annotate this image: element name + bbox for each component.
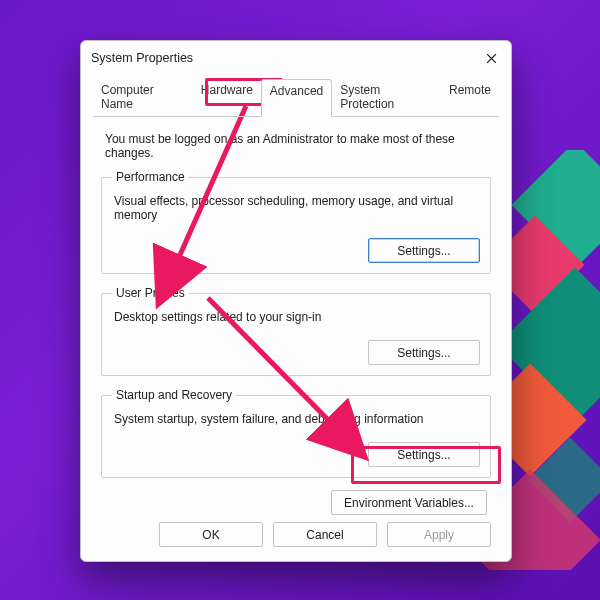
tab-system-protection[interactable]: System Protection [332, 79, 441, 117]
group-performance: Performance Visual effects, processor sc… [101, 170, 491, 274]
tab-advanced[interactable]: Advanced [261, 79, 332, 117]
settings-button-startup[interactable]: Settings... [368, 442, 480, 467]
legend-user-profiles: User Profiles [112, 286, 189, 300]
legend-startup-recovery: Startup and Recovery [112, 388, 236, 402]
desc-performance: Visual effects, processor scheduling, me… [114, 194, 480, 222]
dialog-title: System Properties [91, 51, 193, 65]
group-user-profiles: User Profiles Desktop settings related t… [101, 286, 491, 376]
close-icon[interactable] [481, 48, 501, 68]
dialog-body: You must be logged on as an Administrato… [81, 118, 511, 515]
group-startup-recovery: Startup and Recovery System startup, sys… [101, 388, 491, 478]
desc-user-profiles: Desktop settings related to your sign-in [114, 310, 480, 324]
tab-hardware[interactable]: Hardware [193, 79, 261, 117]
settings-button-performance[interactable]: Settings... [368, 238, 480, 263]
dialog-footer: OK Cancel Apply [159, 522, 491, 547]
title-bar: System Properties [81, 41, 511, 75]
legend-performance: Performance [112, 170, 189, 184]
tab-strip: Computer Name Hardware Advanced System P… [81, 75, 511, 117]
cancel-button[interactable]: Cancel [273, 522, 377, 547]
admin-note: You must be logged on as an Administrato… [105, 132, 491, 160]
apply-button: Apply [387, 522, 491, 547]
desktop-background: System Properties Computer Name Hardware… [0, 0, 600, 600]
tab-remote[interactable]: Remote [441, 79, 499, 117]
system-properties-dialog: System Properties Computer Name Hardware… [80, 40, 512, 562]
ok-button[interactable]: OK [159, 522, 263, 547]
environment-variables-button[interactable]: Environment Variables... [331, 490, 487, 515]
settings-button-user-profiles[interactable]: Settings... [368, 340, 480, 365]
desc-startup-recovery: System startup, system failure, and debu… [114, 412, 480, 426]
tab-computer-name[interactable]: Computer Name [93, 79, 193, 117]
